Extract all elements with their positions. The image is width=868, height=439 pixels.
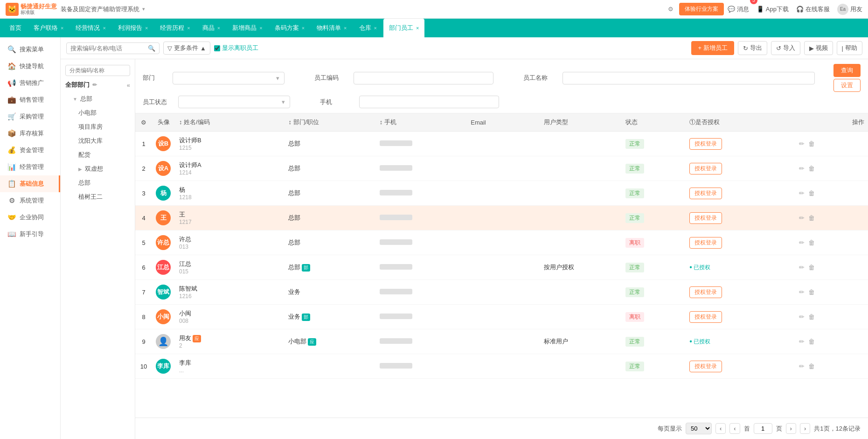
dept-item-headquarter[interactable]: ▼ 总部 — [61, 92, 135, 106]
per-page-select[interactable]: 50 20 100 — [686, 423, 712, 434]
auth-button[interactable]: 授权登录 — [689, 311, 722, 323]
emp-code-input[interactable] — [354, 72, 493, 84]
tab-bom[interactable]: 物料清单× — [311, 19, 352, 37]
delete-icon[interactable]: 🗑 — [808, 313, 815, 321]
tab-profit[interactable]: 利润报告× — [112, 19, 153, 37]
last-page-button[interactable]: › — [800, 423, 810, 434]
auth-cell[interactable]: 授权登录 — [686, 230, 795, 255]
close-icon[interactable]: × — [302, 25, 305, 31]
message-item[interactable]: 💬 消息 5 — [728, 5, 749, 14]
help-button[interactable]: | 帮助 — [837, 41, 862, 55]
delete-icon[interactable]: 🗑 — [808, 264, 815, 271]
auth-cell[interactable]: 授权登录 — [686, 354, 795, 379]
sidebar-item-purchase[interactable]: 🛒 采购管理 — [0, 108, 60, 125]
edit-icon[interactable]: ✏ — [799, 362, 805, 370]
delete-icon[interactable]: 🗑 — [808, 239, 815, 246]
tab-history[interactable]: 经营历程× — [154, 19, 195, 37]
tab-barcode[interactable]: 条码方案× — [269, 19, 310, 37]
auth-cell[interactable]: 授权登录 — [686, 156, 795, 181]
settings-icon[interactable]: ⚙ — [666, 4, 675, 14]
resigned-checkbox-input[interactable] — [214, 45, 220, 51]
auth-button[interactable]: 授权登录 — [689, 163, 722, 174]
user-item[interactable]: Ea 用友 — [837, 4, 862, 15]
dept-search-input[interactable] — [65, 65, 130, 76]
edit-icon[interactable]: ✏ — [799, 214, 805, 222]
online-service-item[interactable]: 🎧 在线客服 — [796, 5, 830, 14]
tab-goods[interactable]: 商品× — [197, 19, 226, 37]
delete-icon[interactable]: 🗑 — [808, 140, 815, 147]
emp-status-select[interactable]: ▾ — [178, 96, 290, 108]
edit-icon[interactable]: ✏ — [799, 239, 805, 246]
close-icon[interactable]: × — [416, 25, 419, 31]
auth-button[interactable]: 授权登录 — [689, 212, 722, 224]
next-page-button[interactable]: › — [786, 423, 796, 434]
auth-cell[interactable]: 授权登录 — [686, 305, 795, 329]
sidebar-item-nav[interactable]: 🏠 快捷导航 — [0, 58, 60, 75]
col-phone[interactable]: ↕ 手机 — [376, 113, 467, 132]
delete-icon[interactable]: 🗑 — [808, 165, 815, 172]
app-download-item[interactable]: 📱 App下载 — [757, 5, 789, 14]
first-page-button[interactable]: ‹ — [715, 423, 726, 434]
phone-input[interactable] — [359, 96, 499, 108]
close-icon[interactable]: × — [344, 25, 347, 31]
prev-page-button[interactable]: ‹ — [729, 423, 740, 434]
auth-cell[interactable]: 已授权 — [686, 329, 795, 354]
search-input[interactable] — [70, 45, 146, 52]
auth-button[interactable]: 授权登录 — [689, 138, 722, 150]
close-icon[interactable]: × — [217, 25, 220, 31]
col-name[interactable]: ↕ 姓名/编码 — [175, 113, 285, 132]
sidebar-item-inventory[interactable]: 📦 库存核算 — [0, 125, 60, 142]
view-button[interactable]: ▶ 视频 — [804, 41, 833, 55]
tab-warehouse[interactable]: 仓库× — [354, 19, 382, 37]
dept-search-box[interactable] — [61, 63, 135, 78]
sidebar-item-basic[interactable]: 📋 基础信息 — [0, 175, 60, 192]
edit-icon[interactable]: ✏ — [799, 288, 805, 296]
auth-cell[interactable]: 授权登录 — [686, 206, 795, 230]
sidebar-item-sales[interactable]: 💼 销售管理 — [0, 91, 60, 108]
col-dept[interactable]: ↕ 部门/职位 — [285, 113, 375, 132]
search-box[interactable]: 🔍 — [66, 42, 160, 54]
sidebar-item-system[interactable]: ⚙ 系统管理 — [0, 192, 60, 209]
auth-button[interactable]: 授权登录 — [689, 188, 722, 199]
auth-cell[interactable]: 授权登录 — [686, 132, 795, 156]
sidebar-item-search[interactable]: 🔍 搜索菜单 — [0, 41, 60, 58]
emp-name-input[interactable] — [562, 72, 815, 84]
dept-item-zhishu[interactable]: 植树王二 — [61, 190, 135, 204]
edit-icon[interactable]: ✏ — [799, 189, 805, 197]
dept-item-shuangxu[interactable]: ▶ 双虚想 — [61, 162, 135, 176]
export-button[interactable]: ↻ 导出 — [738, 41, 767, 55]
delete-icon[interactable]: 🗑 — [808, 189, 815, 197]
auth-button[interactable]: 授权登录 — [689, 237, 722, 249]
auth-button[interactable]: 授权登录 — [689, 361, 722, 372]
tab-new-goods[interactable]: 新增商品× — [227, 19, 268, 37]
edit-icon[interactable]: ✏ — [799, 338, 805, 345]
filter-more-btn[interactable]: ▽ 更多条件 ▲ — [163, 42, 210, 55]
dept-item-shenyang[interactable]: 沈阳大库 — [61, 134, 135, 148]
tab-operation[interactable]: 经营情况× — [70, 19, 111, 37]
import-button[interactable]: ↺ 导入 — [771, 41, 800, 55]
close-icon[interactable]: × — [374, 25, 377, 31]
collapse-icon[interactable]: « — [127, 82, 130, 89]
settings-button[interactable]: 设置 — [833, 79, 861, 92]
delete-icon[interactable]: 🗑 — [808, 288, 815, 296]
close-icon[interactable]: × — [187, 25, 190, 31]
delete-icon[interactable]: 🗑 — [808, 338, 815, 345]
edit-icon[interactable]: ✏ — [799, 313, 805, 321]
delete-icon[interactable]: 🗑 — [808, 362, 815, 370]
auth-cell[interactable]: 授权登录 — [686, 181, 795, 206]
close-icon[interactable]: × — [145, 25, 148, 31]
add-employee-button[interactable]: + 新增员工 — [691, 41, 734, 55]
close-icon[interactable]: × — [259, 25, 262, 31]
page-input[interactable] — [754, 423, 772, 434]
sidebar-item-guide[interactable]: 📖 新手引导 — [0, 226, 60, 243]
close-icon[interactable]: × — [103, 25, 105, 31]
sidebar-item-operations[interactable]: 📊 经营管理 — [0, 159, 60, 175]
show-resigned-checkbox[interactable]: 显示离职员工 — [214, 44, 258, 52]
edit-icon[interactable]: ✏ — [799, 140, 805, 147]
edit-icon[interactable]: ✏ — [92, 82, 97, 88]
dept-item-hq2[interactable]: 总部 — [61, 176, 135, 190]
edit-icon[interactable]: ✏ — [799, 264, 805, 271]
tab-customer[interactable]: 客户联络× — [28, 19, 69, 37]
auth-cell[interactable]: 授权登录 — [686, 280, 795, 305]
sidebar-item-collab[interactable]: 🤝 企业协同 — [0, 209, 60, 226]
